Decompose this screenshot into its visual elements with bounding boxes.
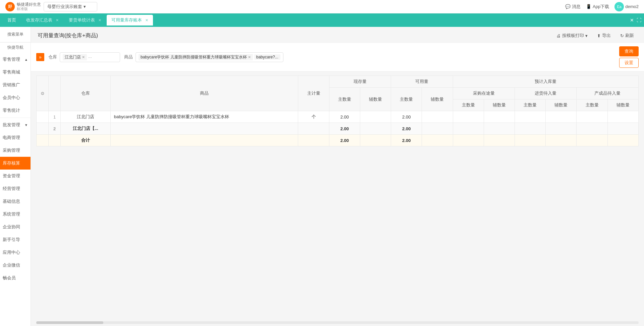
- tab-available-stock[interactable]: 可用量库存账本 ✕: [107, 15, 153, 26]
- scrollbar-track[interactable]: [36, 321, 639, 324]
- col-current-stock-header: 现存量: [329, 76, 391, 88]
- col-current-aux-header: 辅数量: [360, 88, 391, 111]
- sidebar-item-purchasing[interactable]: 采购管理: [0, 144, 31, 157]
- sidebar-item-retail-stats[interactable]: 零售统计: [0, 104, 31, 117]
- row1-unit: 个: [298, 111, 329, 123]
- row2-production-aux: [607, 123, 638, 135]
- user-menu[interactable]: Ea demo2: [614, 2, 639, 11]
- col-available-header: 可用量: [391, 76, 453, 88]
- table-area: ⚙ 仓库 商品 主计量 现存量 可用量 预计入库量 主数量 辅数量 主数量: [31, 72, 644, 319]
- sidebar-menu: 零售管理 ▲ 零售商城 营销推广 会员中心 零售统计 批发管理 ▼ 电商管理: [0, 52, 31, 285]
- row1-production-main: [577, 111, 607, 123]
- col-incoming-header: 进货待入量: [515, 88, 577, 99]
- footer-incoming-main: [515, 135, 546, 146]
- top-bar: 好 畅捷通好生意 标准版 母婴行业演示账套 ▾ 💬 消息 📱 App下载 Ea …: [0, 0, 644, 13]
- search-menu-button[interactable]: 搜索菜单: [3, 30, 28, 39]
- row1-current-main: 2.00: [329, 111, 360, 123]
- close-tab-3[interactable]: ✕: [145, 18, 148, 22]
- close-tab-2[interactable]: ✕: [98, 18, 101, 22]
- sidebar-item-member-center[interactable]: 会员中心: [0, 91, 31, 104]
- col-unit-header: 主计量: [298, 76, 329, 111]
- row2-index: 2: [49, 123, 61, 135]
- table-row: 1 江北门店 babycare学饮杯 儿童防摔防撞吸管杯重力球吸嘴杯宝宝水杯 个…: [37, 111, 639, 123]
- sidebar-item-member-plus[interactable]: 畅会员: [0, 272, 31, 284]
- table-row: 2 江北门店【... 2.00 2.00: [37, 123, 639, 135]
- col-production-aux-header: 辅数量: [607, 99, 638, 111]
- sidebar-item-retail-management[interactable]: 零售管理 ▲: [0, 53, 31, 66]
- bottom-scrollbar-area: [31, 319, 644, 326]
- col-available-aux-header: 辅数量: [422, 88, 453, 111]
- remove-warehouse-tag[interactable]: ✕: [82, 55, 85, 59]
- sidebar-item-wecom[interactable]: 企业微信: [0, 259, 31, 272]
- col-index-header: [49, 76, 61, 111]
- row1-current-aux: [360, 111, 391, 123]
- warehouse-filter-group: 仓库 江北门店 ✕ ···: [48, 52, 120, 62]
- nav-tabs: 首页 收发存汇总表 ✕ 要货单统计表 ✕ 可用量库存账本 ✕ ✕ ⛶: [0, 13, 644, 27]
- tab-order-stats[interactable]: 要货单统计表 ✕: [64, 15, 106, 26]
- top-bar-right: 💬 消息 📱 App下载 Ea demo2: [565, 2, 639, 11]
- footer-product: [110, 135, 298, 146]
- tab-receivable-summary[interactable]: 收发存汇总表 ✕: [21, 15, 63, 26]
- close-tab-1[interactable]: ✕: [56, 18, 59, 22]
- table-settings-icon[interactable]: ⚙: [41, 91, 45, 96]
- sidebar-item-basic-info[interactable]: 基础信息: [0, 195, 31, 208]
- export-icon: ⬆: [597, 33, 601, 38]
- sidebar-search-area: 搜索菜单: [0, 27, 31, 42]
- message-button[interactable]: 💬 消息: [565, 4, 581, 10]
- sidebar-item-retail-mall[interactable]: 零售商城: [0, 66, 31, 79]
- app-download-button[interactable]: 📱 App下载: [586, 4, 609, 10]
- chevron-down-icon: ▾: [585, 33, 588, 38]
- sidebar-item-finance[interactable]: 资金管理: [0, 170, 31, 182]
- row1-production-aux: [607, 111, 638, 123]
- chevron-down-icon: ▾: [84, 4, 86, 9]
- logo-icon: 好: [5, 2, 15, 11]
- quick-nav-button[interactable]: 快捷导航: [0, 42, 31, 52]
- col-incoming-main-header: 主数量: [515, 99, 546, 111]
- sidebar-item-inventory[interactable]: 库存核算: [0, 157, 31, 170]
- sidebar-item-enterprise-collab[interactable]: 企业协同: [0, 221, 31, 233]
- sidebar-item-wholesale[interactable]: 批发管理 ▼: [0, 119, 31, 131]
- footer-purchase-main: [453, 135, 484, 146]
- scrollbar-thumb[interactable]: [36, 321, 103, 324]
- footer-available-main: 2.00: [391, 135, 422, 146]
- warehouse-tag: 江北门店 ✕: [63, 54, 87, 60]
- sidebar: 搜索菜单 快捷导航 零售管理 ▲ 零售商城 营销推广 会员中心 零售统计 批发管…: [0, 27, 31, 326]
- main-content: 可用量查询(按仓库+商品) 🖨 按模板打印 ▾ ⬆ 导出 ↻ 刷新: [31, 27, 644, 326]
- refresh-icon: ↻: [620, 33, 624, 38]
- warehouse-more-btn[interactable]: ···: [88, 55, 92, 60]
- print-button[interactable]: 🖨 按模板打印 ▾: [553, 31, 591, 40]
- sidebar-item-new-guide[interactable]: 新手引导: [0, 233, 31, 246]
- export-button[interactable]: ⬆ 导出: [594, 31, 614, 40]
- sidebar-item-operations[interactable]: 经营管理: [0, 182, 31, 195]
- sidebar-item-system[interactable]: 系统管理: [0, 208, 31, 221]
- settings-button[interactable]: 设置: [619, 58, 639, 68]
- org-selector[interactable]: 母婴行业演示账套 ▾: [44, 2, 97, 11]
- col-purchase-main-header: 主数量: [453, 99, 484, 111]
- row1-index: 1: [49, 111, 61, 123]
- filter-expand-button[interactable]: »: [36, 53, 44, 61]
- sidebar-item-ecommerce[interactable]: 电商管理: [0, 131, 31, 144]
- sidebar-item-app-center[interactable]: 应用中心: [0, 246, 31, 259]
- row2-available-aux: [422, 123, 453, 135]
- footer-current-aux: [360, 135, 391, 146]
- maximize-icon[interactable]: ⛶: [637, 17, 641, 23]
- tab-home[interactable]: 首页: [3, 15, 21, 26]
- filter-area: » 仓库 江北门店 ✕ ··· 商品 babycare学饮杯 儿童防摔防撞吸管杯…: [31, 43, 644, 72]
- row2-current-main: 2.00: [329, 123, 360, 135]
- row1-settings: [37, 111, 49, 123]
- refresh-button[interactable]: ↻ 刷新: [617, 31, 637, 40]
- close-window-icon[interactable]: ✕: [630, 17, 634, 23]
- sidebar-item-marketing[interactable]: 营销推广: [0, 79, 31, 91]
- remove-product-tag-1[interactable]: ✕: [248, 55, 251, 59]
- row2-purchase-aux: [484, 123, 515, 135]
- page-title: 可用量查询(按仓库+商品): [38, 32, 98, 39]
- page-header: 可用量查询(按仓库+商品) 🖨 按模板打印 ▾ ⬆ 导出 ↻ 刷新: [31, 27, 644, 43]
- row2-production-main: [577, 123, 607, 135]
- avatar: Ea: [614, 2, 624, 11]
- filter-right-buttons: 查询 设置: [619, 46, 639, 68]
- warehouse-input[interactable]: 江北门店 ✕ ···: [60, 52, 120, 62]
- product-filter-group: 商品 babycare学饮杯 儿童防摔防撞吸管杯重力球吸嘴杯宝宝水杯 ✕ bab…: [124, 52, 283, 62]
- product-input[interactable]: babycare学饮杯 儿童防摔防撞吸管杯重力球吸嘴杯宝宝水杯 ✕ babyca…: [136, 52, 283, 62]
- row1-warehouse: 江北门店: [61, 111, 111, 123]
- query-button[interactable]: 查询: [619, 46, 639, 56]
